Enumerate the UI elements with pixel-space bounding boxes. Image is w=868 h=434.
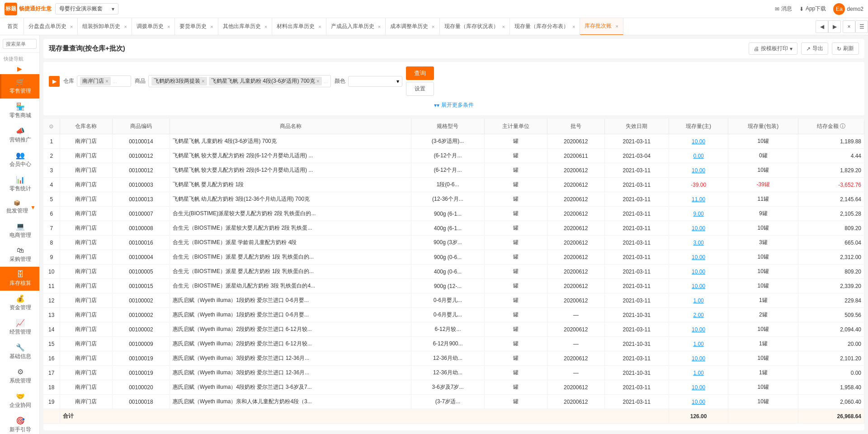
sidebar-item-marketing[interactable]: 📣 营销推广 (0, 123, 39, 147)
row-code: 00100013 (112, 192, 170, 207)
tab-fenban[interactable]: 分盘盘点单历史 × (24, 18, 78, 35)
warehouse-tag-wrap[interactable]: 南岸门店 × ... (77, 75, 131, 87)
row-qty[interactable]: 10.00 (669, 250, 728, 264)
tab-close-all-btn[interactable]: × (843, 20, 855, 33)
sidebar-item-system[interactable]: ⚙ 系统管理 (0, 364, 39, 388)
sidebar-item-retail-stats[interactable]: 📊 零售统计 (0, 172, 39, 196)
row-qty[interactable]: 2.00 (669, 308, 728, 322)
row-qty[interactable]: 10.00 (669, 395, 728, 409)
tab-close-icon[interactable]: × (502, 24, 505, 29)
row-qty[interactable]: 10.00 (669, 380, 728, 395)
row-qty[interactable]: 10.00 (669, 351, 728, 366)
row-qty[interactable]: 10.00 (669, 163, 728, 178)
sidebar-item-basic[interactable]: 🔧 基础信息 (0, 340, 39, 364)
row-expiry: 2021-10-31 (604, 366, 669, 380)
tab-xiancunliang1[interactable]: 现存量（库存状况表） × (440, 18, 510, 35)
row-qty[interactable]: -39.00 (669, 178, 728, 192)
sidebar-item-mall[interactable]: 🏪 零售商城 (0, 99, 39, 123)
sidebar-expand-btn[interactable]: ▶ (0, 63, 39, 74)
product-tag-1-close[interactable]: × (202, 78, 205, 85)
tab-close-icon[interactable]: × (318, 24, 321, 29)
product-tag-2-close[interactable]: × (316, 78, 320, 85)
row-qty-pack: 10罐 (728, 221, 798, 236)
row-spec: 900g (0-6... (411, 250, 484, 264)
product-tag-wrap[interactable]: 飞鹤奶粉3段两提装 × 飞鹤星飞帆 儿童奶粉 4段(3-6岁适用) 700克 ×… (148, 75, 331, 87)
table-row: 15 南岸门店 00100009 惠氏启赋（Wyeth illuma）2段奶粉 … (43, 337, 864, 351)
row-code: 00100019 (112, 366, 170, 380)
row-qty[interactable]: 10.00 (669, 221, 728, 236)
row-qty-pack: 11罐 (728, 192, 798, 207)
col-gear[interactable]: ⚙ (43, 119, 60, 134)
row-expiry: 2021-03-11 (604, 395, 669, 409)
app-download-btn[interactable]: ⬇ App下载 (799, 5, 826, 13)
tab-kucun-active[interactable]: 库存批次账 × (580, 18, 623, 35)
tab-close-icon[interactable]: × (210, 24, 213, 29)
account-dropdown[interactable]: 母婴行业演示账套 ▾ (55, 3, 118, 14)
tab-prev-btn[interactable]: ◀ (816, 20, 828, 33)
user-area[interactable]: Ea demo2 (833, 3, 863, 15)
settings-btn[interactable]: 设置 (406, 82, 434, 96)
gear-icon[interactable]: ⚙ (49, 123, 54, 130)
tab-close-icon[interactable]: × (378, 24, 381, 29)
color-select[interactable]: ▾ (348, 76, 402, 87)
search-input[interactable] (3, 39, 37, 49)
row-qty[interactable]: 1.00 (669, 337, 728, 351)
sidebar-item-inventory[interactable]: 🗄 库存核算 (0, 267, 39, 291)
sidebar-item-purchase[interactable]: 🛍 采购管理 (0, 243, 39, 267)
tab-close-icon[interactable]: × (615, 24, 618, 29)
tab-chengben[interactable]: 成本调整单历史 × (386, 18, 439, 35)
row-qty[interactable]: 10.00 (669, 264, 728, 279)
sidebar-item-business[interactable]: 📈 经营管理 (0, 315, 39, 340)
row-qty[interactable]: 1.00 (669, 293, 728, 308)
tab-home[interactable]: 首页 (2, 18, 24, 35)
tab-close-icon[interactable]: × (264, 24, 267, 29)
row-qty[interactable]: 0.00 (669, 149, 728, 163)
tab-close-icon[interactable]: × (432, 24, 434, 29)
row-qty[interactable]: 11.00 (669, 192, 728, 207)
sidebar-item-wholesale[interactable]: 📦 批发管理 ▼ (0, 196, 39, 218)
tab-yaohuo[interactable]: 要货单历史 × (175, 18, 218, 35)
expand-conditions-btn[interactable]: ▾▾ 展开更多条件 (49, 99, 859, 111)
tab-close-icon[interactable]: × (70, 24, 73, 29)
row-qty[interactable]: 10.00 (669, 322, 728, 337)
row-batch: 20200612 (547, 207, 604, 221)
row-no: 11 (43, 279, 60, 293)
row-batch: 20200612 (547, 293, 604, 308)
marketing-icon: 📣 (4, 127, 37, 135)
expand-sidebar-btn[interactable]: ▶ (49, 76, 60, 87)
tab-chancheng[interactable]: 产成品入库单历史 × (326, 18, 386, 35)
row-batch: 20200612 (547, 250, 604, 264)
sidebar-item-finance[interactable]: 💰 资金管理 (0, 291, 39, 315)
tab-menu-btn[interactable]: ☰ (855, 20, 868, 33)
export-btn[interactable]: ↗ 导出 (801, 42, 828, 55)
refresh-btn[interactable]: ↻ 刷新 (832, 42, 859, 55)
tab-close-icon[interactable]: × (124, 24, 127, 29)
row-qty[interactable]: 9.00 (669, 207, 728, 221)
sidebar-item-collab[interactable]: 🤝 企业协同 (0, 388, 39, 413)
print-btn[interactable]: 🖨 按模板打印 ▾ (749, 42, 797, 55)
row-unit: 罐 (484, 207, 547, 221)
row-no: 19 (43, 395, 60, 409)
message-btn[interactable]: ✉ 消息 (775, 5, 792, 13)
sidebar-item-members[interactable]: 👥 会员中心 (0, 147, 39, 172)
tab-xiancunliang2[interactable]: 现存量（库存分布表） × (510, 18, 580, 35)
row-qty[interactable]: 10.00 (669, 279, 728, 293)
row-qty[interactable]: 3.00 (669, 236, 728, 250)
row-qty[interactable]: 1.00 (669, 366, 728, 380)
row-code: 00100002 (112, 308, 170, 322)
row-warehouse: 南岸门店 (60, 337, 112, 351)
sidebar-item-ecommerce[interactable]: 💻 电商管理 (0, 218, 39, 243)
tab-close-icon[interactable]: × (572, 24, 575, 29)
query-btn[interactable]: 查询 (406, 66, 434, 80)
tab-qita[interactable]: 其他出库单历史 × (218, 18, 272, 35)
warehouse-tag-close[interactable]: × (105, 78, 108, 85)
sidebar-item-retail[interactable]: 🛒 零售管理 (0, 74, 39, 99)
row-expiry: 2021-03-04 (604, 149, 669, 163)
tab-diaoba[interactable]: 调拨单历史 × (132, 18, 175, 35)
row-qty[interactable]: 10.00 (669, 134, 728, 149)
sidebar-item-guide[interactable]: 🎯 新手引导 (0, 413, 39, 434)
tab-next-btn[interactable]: ▶ (828, 20, 841, 33)
tab-zuzhuang[interactable]: 组装拆卸单历史 × (78, 18, 132, 35)
tab-cailiao[interactable]: 材料出库单历史 × (272, 18, 326, 35)
tab-close-icon[interactable]: × (167, 24, 170, 29)
